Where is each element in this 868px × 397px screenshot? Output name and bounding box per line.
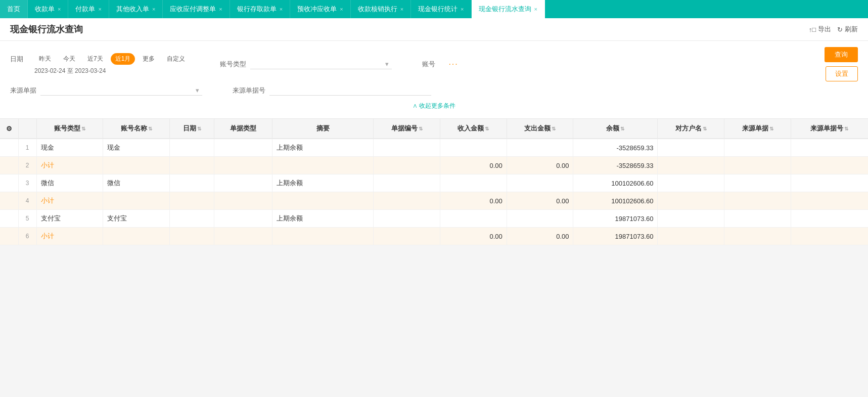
column-source-doc-num[interactable]: 来源单据号⇅ bbox=[791, 119, 868, 139]
page-header: 现金银行流水查询 ↑□ 导出 ↻ 刷新 bbox=[0, 18, 868, 41]
close-verification-icon[interactable]: × bbox=[400, 6, 403, 12]
row-balance: 100102606.60 bbox=[573, 192, 658, 210]
settings-button[interactable]: 设置 bbox=[826, 66, 858, 81]
close-prepay-icon[interactable]: × bbox=[340, 6, 343, 12]
filter-actions: 查询 设置 bbox=[825, 47, 858, 81]
table-row: 5支付宝支付宝上期余额19871073.60 bbox=[0, 210, 868, 228]
row-counterparty bbox=[658, 192, 724, 210]
account-type-select[interactable]: ▾ bbox=[250, 59, 392, 69]
source-doc-dropdown-icon: ▾ bbox=[196, 86, 199, 94]
collapse-bar[interactable]: ∧ 收起更多条件 bbox=[10, 100, 858, 114]
column-source-doc[interactable]: 来源单据⇅ bbox=[724, 119, 791, 139]
column-account-name[interactable]: 账号名称⇅ bbox=[103, 119, 170, 139]
row-counterparty bbox=[658, 174, 724, 192]
nav-item-prepay[interactable]: 预收冲应收单 × bbox=[290, 0, 350, 18]
source-doc-select[interactable]: ▾ bbox=[40, 85, 202, 96]
column-gear[interactable]: ⚙ bbox=[0, 119, 18, 139]
export-button[interactable]: ↑□ 导出 bbox=[809, 25, 831, 34]
row-summary: 上期余额 bbox=[272, 174, 374, 192]
date-btn-1month[interactable]: 近1月 bbox=[111, 53, 135, 65]
column-date[interactable]: 日期⇅ bbox=[169, 119, 214, 139]
row-doc-type bbox=[214, 157, 272, 174]
row-date bbox=[169, 174, 214, 192]
table-container: ⚙ 账号类型⇅ 账号名称⇅ 日期⇅ 单据类型 摘要 单据编号⇅ 收入金额⇅ 支出… bbox=[0, 119, 868, 245]
table-row: 3微信微信上期余额100102606.60 bbox=[0, 174, 868, 192]
nav-item-adjust[interactable]: 应收应付调整单 × bbox=[163, 0, 230, 18]
account-type-label: 账号类型 bbox=[220, 60, 246, 69]
nav-item-verification[interactable]: 收款核销执行 × bbox=[351, 0, 411, 18]
row-gear-cell bbox=[0, 157, 18, 174]
row-counterparty bbox=[658, 157, 724, 174]
nav-item-cash-stats[interactable]: 现金银行统计 × bbox=[411, 0, 471, 18]
nav-item-payment[interactable]: 付款单 × bbox=[68, 0, 109, 18]
nav-item-home[interactable]: 首页 bbox=[0, 0, 28, 18]
nav-item-cash-flow[interactable]: 现金银行流水查询 × bbox=[472, 0, 545, 18]
row-source-doc bbox=[724, 228, 791, 245]
row-date bbox=[169, 228, 214, 245]
row-account-type: 小计 bbox=[36, 228, 103, 245]
filter-area: 日期 昨天 今天 近7天 近1月 更多 自定义 2023-02-24 至 202… bbox=[0, 41, 868, 119]
close-receipt-icon[interactable]: × bbox=[58, 6, 61, 12]
row-balance: -3528659.33 bbox=[573, 157, 658, 174]
close-other-income-icon[interactable]: × bbox=[152, 6, 155, 12]
row-counterparty bbox=[658, 210, 724, 228]
row-account-type: 小计 bbox=[36, 157, 103, 174]
close-payment-icon[interactable]: × bbox=[98, 6, 101, 12]
gear-icon: ⚙ bbox=[6, 125, 12, 133]
row-expense bbox=[507, 139, 573, 157]
row-account-name bbox=[103, 228, 170, 245]
row-source-doc bbox=[724, 157, 791, 174]
row-account-name bbox=[103, 192, 170, 210]
date-btn-today[interactable]: 今天 bbox=[59, 53, 80, 65]
column-seq bbox=[18, 119, 36, 139]
row-balance: -3528659.33 bbox=[573, 139, 658, 157]
row-doc-num bbox=[374, 174, 440, 192]
close-bank-deposit-icon[interactable]: × bbox=[280, 6, 283, 12]
account-more-btn[interactable]: ··· bbox=[446, 60, 460, 69]
row-gear-cell bbox=[0, 192, 18, 210]
date-btn-7days[interactable]: 近7天 bbox=[83, 53, 108, 65]
row-summary: 上期余额 bbox=[272, 210, 374, 228]
column-expense[interactable]: 支出金额⇅ bbox=[507, 119, 573, 139]
data-table: ⚙ 账号类型⇅ 账号名称⇅ 日期⇅ 单据类型 摘要 单据编号⇅ 收入金额⇅ 支出… bbox=[0, 119, 868, 245]
row-gear-cell bbox=[0, 228, 18, 245]
row-summary: 上期余额 bbox=[272, 139, 374, 157]
nav-item-other-income[interactable]: 其他收入单 × bbox=[109, 0, 163, 18]
source-doc-num-input[interactable] bbox=[269, 85, 431, 96]
row-source-doc-num bbox=[791, 139, 868, 157]
filter-row-2: 来源单据 ▾ 来源单据号 bbox=[10, 85, 858, 96]
column-account-type[interactable]: 账号类型⇅ bbox=[36, 119, 103, 139]
column-counterparty[interactable]: 对方户名⇅ bbox=[658, 119, 724, 139]
row-account-name bbox=[103, 157, 170, 174]
row-account-type: 小计 bbox=[36, 192, 103, 210]
row-account-type: 现金 bbox=[36, 139, 103, 157]
table-row: 6小计0.000.0019871073.60 bbox=[0, 228, 868, 245]
date-btn-custom[interactable]: 自定义 bbox=[162, 53, 190, 65]
row-seq: 3 bbox=[18, 174, 36, 192]
table-row: 4小计0.000.00100102606.60 bbox=[0, 192, 868, 210]
close-adjust-icon[interactable]: × bbox=[219, 6, 222, 12]
account-type-dropdown-icon: ▾ bbox=[385, 60, 389, 68]
row-seq: 4 bbox=[18, 192, 36, 210]
row-expense: 0.00 bbox=[507, 157, 573, 174]
close-cash-flow-icon[interactable]: × bbox=[534, 6, 537, 12]
refresh-button[interactable]: ↻ 刷新 bbox=[837, 25, 858, 34]
row-counterparty bbox=[658, 139, 724, 157]
row-doc-type bbox=[214, 139, 272, 157]
query-button[interactable]: 查询 bbox=[825, 47, 858, 62]
source-doc-num-label: 来源单据号 bbox=[233, 86, 265, 95]
date-btn-more[interactable]: 更多 bbox=[138, 53, 159, 65]
date-btn-yesterday[interactable]: 昨天 bbox=[34, 53, 56, 65]
nav-item-bank-deposit[interactable]: 银行存取款单 × bbox=[230, 0, 290, 18]
row-balance: 19871073.60 bbox=[573, 228, 658, 245]
column-doc-num[interactable]: 单据编号⇅ bbox=[374, 119, 440, 139]
column-income[interactable]: 收入金额⇅ bbox=[440, 119, 507, 139]
table-row: 2小计0.000.00-3528659.33 bbox=[0, 157, 868, 174]
row-counterparty bbox=[658, 228, 724, 245]
column-balance[interactable]: 余额⇅ bbox=[573, 119, 658, 139]
nav-item-receipt[interactable]: 收款单 × bbox=[28, 0, 68, 18]
row-summary bbox=[272, 192, 374, 210]
row-income bbox=[440, 139, 507, 157]
row-expense: 0.00 bbox=[507, 228, 573, 245]
close-cash-stats-icon[interactable]: × bbox=[461, 6, 464, 12]
